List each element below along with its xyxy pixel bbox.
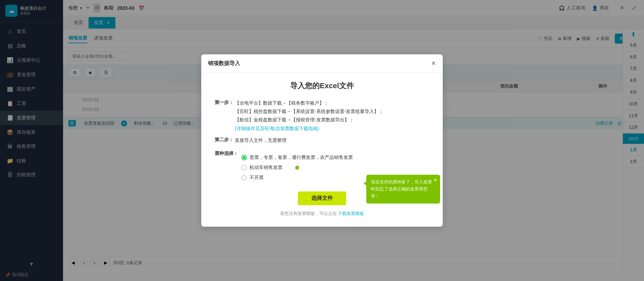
step1-row: 第一步： 【全电平台】数据下载→【税务数字账户】； 【百旺】税控盘数据下载→【系… — [215, 99, 429, 133]
radio-no-ticket-label: 不开票 — [250, 175, 264, 181]
radio-group: 普票，专票，卷票，通行费发票，农产品销售发票 机动车销售发票 ✕ 现在支持的票种… — [241, 155, 353, 185]
step2-row: 第二步： 直接导入文件，无需整理 — [215, 136, 429, 145]
footer-text: 若您没有发票模版，可以点击 — [280, 211, 337, 216]
step1-line3: 【航信】金税盘数据下载→【报税管理-发票数据导出】； — [235, 116, 429, 124]
radio-normal[interactable]: 普票，专票，卷票，通行费发票，农产品销售发票 — [241, 155, 353, 161]
modal-overlay: 销项数据导入 ✕ 导入您的Excel文件 第一步： 【全电平台】数据下载→【税务… — [0, 0, 644, 281]
modal-body: 导入您的Excel文件 第一步： 【全电平台】数据下载→【税务数字账户】； 【百… — [201, 73, 443, 227]
radio-no-ticket-input[interactable] — [241, 175, 247, 180]
tooltip-bubble: ✕ 现在支持的票种多了，导入发票时别忘了选择正确的发票类型呀！ — [366, 175, 440, 204]
radio-normal-input[interactable] — [241, 155, 247, 160]
radio-motor[interactable]: 机动车销售发票 ✕ 现在支持的票种多了，导入发票时别忘了选择正确的发票类型呀！ — [241, 165, 353, 171]
step1-label: 第一步： — [215, 99, 235, 133]
modal-header: 销项数据导入 ✕ — [201, 54, 443, 73]
radio-normal-label: 普票，专票，卷票，通行费发票，农产品销售发票 — [250, 155, 353, 161]
download-template-link[interactable]: 下载发票模版 — [338, 211, 364, 216]
radio-no-ticket[interactable]: 不开票 — [241, 175, 353, 181]
step2-content: 直接导入文件，无需整理 — [235, 136, 429, 145]
tooltip-text: 现在支持的票种多了，导入发票时别忘了选择正确的发票类型呀！ — [371, 179, 432, 199]
step2-label: 第二步： — [215, 136, 235, 145]
tooltip-close-btn[interactable]: ✕ — [433, 177, 437, 183]
radio-motor-label: 机动车销售发票 — [250, 165, 282, 171]
step1-content: 【全电平台】数据下载→【税务数字账户】； 【百旺】税控盘数据下载→【系统设置-系… — [235, 99, 429, 133]
step1-line2: 【百旺】税控盘数据下载→【系统设置-系统参数设置-发票批量导入】； — [235, 107, 429, 116]
step1-line1: 【全电平台】数据下载→【税务数字账户】； — [235, 99, 429, 107]
radio-motor-input[interactable] — [241, 165, 247, 170]
select-file-button[interactable]: 选择文件 — [298, 191, 346, 205]
connector-dot — [295, 166, 299, 170]
import-modal: 销项数据导入 ✕ 导入您的Excel文件 第一步： 【全电平台】数据下载→【税务… — [201, 54, 443, 227]
import-title: 导入您的Excel文件 — [215, 81, 429, 91]
modal-footer: 若您没有发票模版，可以点击 下载发票模版 — [215, 211, 429, 217]
modal-title: 销项数据导入 — [208, 60, 240, 67]
ticket-label: 票种选择： — [215, 150, 241, 157]
step1-guide-link[interactable]: (详细操作见百旺/航信发票数据下载指南) — [235, 126, 319, 131]
ticket-selection: 票种选择： 普票，专票，卷票，通行费发票，农产品销售发票 机动车销售发票 ✕ 现… — [215, 150, 429, 185]
modal-close-button[interactable]: ✕ — [431, 60, 436, 67]
